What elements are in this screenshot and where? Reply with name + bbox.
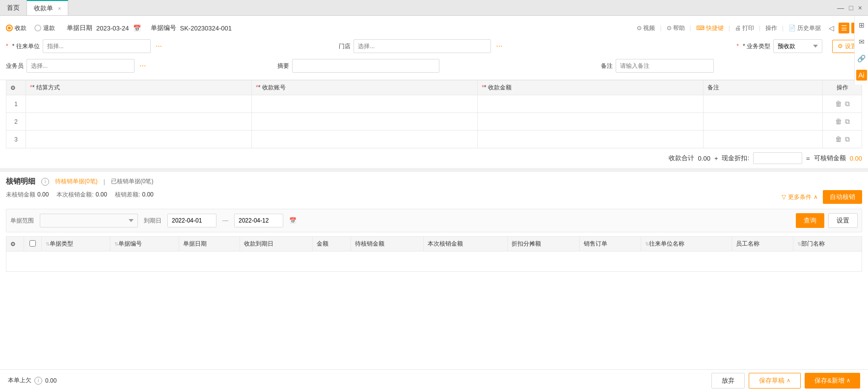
row-1-amount[interactable]	[478, 95, 704, 113]
row-1-account[interactable]	[252, 95, 478, 113]
sidebar-mail-icon[interactable]: ✉	[856, 36, 867, 47]
bt-col-due-date: 收款到期日	[240, 237, 313, 251]
help-btn[interactable]: ⊙ 帮助	[667, 24, 685, 32]
tab-close-icon[interactable]: ×	[58, 5, 61, 11]
business-type-select[interactable]: 预收款 收款	[773, 39, 822, 53]
window-close[interactable]: ×	[858, 4, 862, 12]
store-dots[interactable]: ···	[496, 42, 502, 51]
row-2-amount[interactable]	[478, 113, 704, 131]
sidebar-table-icon[interactable]: ⊞	[856, 20, 867, 30]
video-btn[interactable]: ⊙ 视频	[637, 24, 655, 32]
settings-icon: ⚙	[838, 43, 843, 50]
window-maximize[interactable]: □	[849, 4, 853, 12]
note-field: 备注	[601, 59, 863, 73]
store-input[interactable]	[353, 39, 491, 53]
counterpart-dots[interactable]: ···	[156, 42, 162, 51]
pending-tab[interactable]: 待核销单据(0笔)	[55, 177, 98, 186]
date-from-input[interactable]	[167, 214, 217, 227]
more-conditions-btn[interactable]: ▽ 更多条件 ∧	[782, 193, 818, 201]
help-icon: ⊙	[667, 25, 672, 31]
row-3-account[interactable]	[252, 131, 478, 148]
calendar-icon[interactable]: 📅	[133, 25, 141, 32]
table-settings-button[interactable]: 设置	[828, 213, 858, 228]
prev-icon[interactable]: ◁	[826, 23, 837, 33]
row-1-num: 1	[6, 95, 26, 113]
payment-type-radio: 收款 退款	[6, 24, 55, 32]
sidebar-link-icon[interactable]: 🔗	[856, 53, 867, 64]
available-value: 0.00	[850, 155, 862, 162]
table-header: ⚙ ** 结算方式 ** 收款账号 ** 收款金额 备注 操作	[6, 81, 862, 95]
radio-refund[interactable]: 退款	[34, 24, 55, 32]
row-1-delete-icon[interactable]: 🗑	[835, 100, 842, 108]
prev-label: 本单上欠	[8, 376, 31, 385]
save-draft-button[interactable]: 保存草稿 ∧	[749, 373, 801, 389]
sidebar-camera-icon[interactable]: Ai	[856, 70, 867, 81]
receipt-table: ⚙ ** 结算方式 ** 收款账号 ** 收款金额 备注 操作 1	[6, 80, 862, 148]
save-new-button[interactable]: 保存&新增 ∧	[805, 373, 860, 389]
footer-info-icon[interactable]: i	[34, 377, 42, 385]
row-3-note[interactable]	[704, 131, 823, 148]
shortcut-btn[interactable]: ⌨ 快捷键	[696, 24, 724, 32]
row-2-delete-icon[interactable]: 🗑	[835, 117, 842, 126]
row-2-note[interactable]	[704, 113, 823, 131]
verify-section: 核销明细 i 待核销单据(0笔) | 已核销单据(0笔) 未核销金额 0.00 …	[0, 172, 868, 277]
window-minimize[interactable]: —	[837, 4, 844, 12]
verify-title: 核销明细	[6, 177, 35, 186]
number-label: 单据编号	[151, 24, 176, 32]
tab-home[interactable]: 首页	[0, 0, 27, 15]
row-3-amount[interactable]	[478, 131, 704, 148]
bottom-empty-row	[6, 251, 862, 272]
save-draft-arrow[interactable]: ∧	[787, 377, 790, 384]
divider4: |	[759, 25, 760, 31]
calendar-from-icon[interactable]: 📅	[289, 217, 297, 224]
row-1-note[interactable]	[704, 95, 823, 113]
radio-receive[interactable]: 收款	[6, 24, 27, 32]
doc-header: 收款 退款 单据日期 2023-03-24 📅 单据编号 SK-20230324…	[6, 20, 862, 36]
bt-col-settings[interactable]: ⚙	[6, 237, 24, 251]
completed-tab[interactable]: 已核销单据(0笔)	[111, 177, 154, 186]
staff-dots[interactable]: ···	[139, 61, 146, 70]
verify-stats: 未核销金额 0.00 本次核销金额: 0.00 核销差额: 0.00	[6, 191, 154, 199]
video-icon: ⊙	[637, 25, 642, 31]
col-note-header: 备注	[704, 81, 823, 95]
business-type-label: * 业务类型	[743, 42, 770, 51]
counterpart-input[interactable]	[43, 39, 151, 53]
row-3-copy-icon[interactable]: ⧉	[845, 135, 850, 143]
radio-refund-dot	[34, 25, 41, 31]
date-to-input[interactable]	[234, 214, 283, 227]
bt-col-checkbox[interactable]	[24, 237, 42, 251]
history-btn[interactable]: 📄 历史单据	[788, 24, 821, 32]
col-settings[interactable]: ⚙	[6, 81, 26, 95]
row-1-copy-icon[interactable]: ⧉	[845, 100, 850, 108]
operation-btn[interactable]: 操作	[765, 24, 777, 32]
row-3-payment[interactable]	[26, 131, 252, 148]
list-view-icon[interactable]: ☰	[839, 23, 849, 33]
row-2-action: 🗑 ⧉	[823, 113, 862, 131]
footer-right: 放弃 保存草稿 ∧ 保存&新增 ∧	[711, 373, 860, 389]
save-draft-label: 保存草稿	[759, 376, 785, 385]
discount-input[interactable]	[753, 152, 802, 164]
due-date-label: 到期日	[144, 217, 162, 225]
search-button[interactable]: 查询	[796, 213, 824, 228]
verify-info-icon[interactable]: i	[41, 178, 49, 186]
row-2-copy-icon[interactable]: ⧉	[845, 117, 850, 126]
note-input[interactable]	[616, 59, 714, 73]
diff-label: 核销差额:	[115, 191, 140, 199]
print-btn[interactable]: 🖨 打印	[735, 24, 754, 32]
staff-input[interactable]	[27, 59, 135, 73]
abandon-button[interactable]: 放弃	[711, 373, 745, 389]
summary-input[interactable]	[292, 59, 439, 73]
counterpart-field: * * 往来单位 ···	[6, 39, 329, 53]
total-label: 收款合计	[669, 154, 694, 163]
row-1-payment[interactable]	[26, 95, 252, 113]
select-all-checkbox[interactable]	[29, 240, 36, 247]
auto-cancel-button[interactable]: 自动核销	[823, 190, 862, 204]
row-2-payment[interactable]	[26, 113, 252, 131]
save-new-arrow[interactable]: ∧	[846, 377, 850, 384]
tab-receipts[interactable]: 收款单 ×	[27, 0, 68, 15]
stat-diff: 核销差额: 0.00	[115, 191, 154, 199]
doc-info: 单据日期 2023-03-24 📅 单据编号 SK-20230324-001	[67, 24, 232, 32]
row-2-account[interactable]	[252, 113, 478, 131]
range-select[interactable]	[40, 214, 138, 227]
row-3-delete-icon[interactable]: 🗑	[835, 135, 842, 143]
